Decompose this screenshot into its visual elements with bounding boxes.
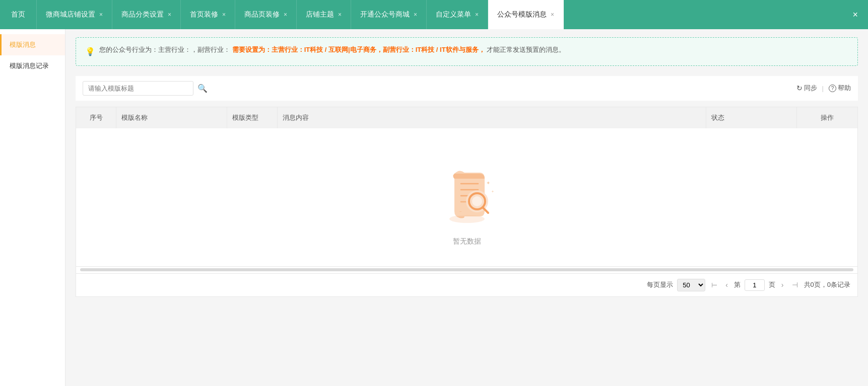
divider: |	[822, 85, 824, 92]
notice-suffix: 才能正常发送预置的消息。	[487, 46, 565, 53]
tab-close-open-mall[interactable]: ×	[414, 12, 417, 18]
th-col-name: 模版名称	[116, 107, 227, 128]
main-layout: 模版消息模版消息记录 💡 您的公众号行业为：主营行业：，副营行业： 需要设置为：…	[0, 29, 868, 386]
tab-home[interactable]: 首页	[0, 0, 37, 29]
th-col-status: 状态	[706, 107, 797, 128]
tab-label-category-settings: 商品分类设置	[121, 10, 164, 19]
tab-home-decor[interactable]: 首页装修×	[181, 0, 235, 29]
tab-product-decor[interactable]: 商品页装修×	[235, 0, 297, 29]
total-text: 共0页，0条记录	[804, 280, 850, 289]
tab-label-open-mall: 开通公众号商城	[360, 10, 410, 19]
scrollbar-area[interactable]	[76, 267, 858, 274]
tab-close-category-settings[interactable]: ×	[168, 12, 171, 18]
prev-page-button[interactable]: ‹	[723, 280, 730, 290]
first-page-button[interactable]: ⊢	[709, 280, 719, 290]
tab-bar: 首页微商城店铺设置×商品分类设置×首页装修×商品页装修×店铺主题×开通公众号商城…	[0, 0, 868, 29]
tab-close-template-msg[interactable]: ×	[551, 12, 554, 18]
tab-label-custom-menu: 自定义菜单	[436, 10, 471, 19]
notice-bold: 需要设置为：主营行业：IT科技 / 互联网|电子商务，副营行业：IT科技 / I…	[232, 46, 485, 53]
search-icon[interactable]: 🔍	[197, 84, 208, 93]
sidebar: 模版消息模版消息记录	[0, 29, 65, 386]
tab-close-wshop-settings[interactable]: ×	[99, 12, 103, 18]
search-input[interactable]	[83, 81, 193, 96]
tab-category-settings[interactable]: 商品分类设置×	[112, 0, 181, 29]
tab-label-home: 首页	[11, 10, 25, 19]
last-page-button[interactable]: ⊣	[790, 280, 800, 290]
empty-text: 暂无数据	[453, 237, 481, 246]
th-col-content: 消息内容	[278, 107, 706, 128]
tab-close-home-decor[interactable]: ×	[222, 12, 226, 18]
help-label: 帮助	[838, 84, 851, 93]
pagination: 每页显示 50 20 100 ⊢ ‹ 第 页 › ⊣ 共0页，0条记录	[76, 274, 858, 297]
th-col-type: 模版类型	[227, 107, 278, 128]
content-area: 💡 您的公众号行业为：主营行业：，副营行业： 需要设置为：主营行业：IT科技 /…	[65, 29, 868, 386]
th-col-action: 操作	[797, 107, 857, 128]
page-input[interactable]	[745, 279, 765, 291]
empty-illustration: ✦ ✦ ~	[432, 159, 502, 229]
sync-button[interactable]: ↻ 同步	[796, 84, 817, 93]
tab-close-product-decor[interactable]: ×	[284, 12, 287, 18]
table-wrapper: 序号模版名称模版类型消息内容状态操作	[76, 107, 858, 297]
svg-point-8	[472, 196, 482, 206]
tab-template-msg[interactable]: 公众号模版消息×	[488, 0, 564, 29]
svg-text:~: ~	[459, 209, 462, 214]
table-header: 序号模版名称模版类型消息内容状态操作	[76, 107, 858, 128]
sidebar-item-template-msg-log[interactable]: 模版消息记录	[0, 55, 65, 76]
notice-prefix: 您的公众号行业为：主营行业：，副营行业：	[99, 46, 230, 53]
tab-label-shop-theme: 店铺主题	[306, 10, 334, 19]
search-bar: 🔍 ↻ 同步 | ? 帮助	[76, 76, 858, 101]
help-icon: ?	[829, 85, 836, 92]
tab-custom-menu[interactable]: 自定义菜单×	[427, 0, 488, 29]
page-size-select[interactable]: 50 20 100	[677, 279, 705, 291]
svg-text:✦: ✦	[486, 180, 490, 186]
tab-label-product-decor: 商品页装修	[244, 10, 280, 19]
scroll-track[interactable]	[80, 268, 853, 271]
notice-text: 您的公众号行业为：主营行业：，副营行业： 需要设置为：主营行业：IT科技 / 互…	[99, 45, 565, 55]
empty-state: ✦ ✦ ~ 暂无数据	[76, 128, 858, 267]
search-right: ↻ 同步 | ? 帮助	[796, 84, 851, 93]
tab-close-shop-theme[interactable]: ×	[338, 12, 342, 18]
search-left: 🔍	[83, 81, 208, 96]
tab-label-template-msg: 公众号模版消息	[497, 10, 547, 19]
tab-close-custom-menu[interactable]: ×	[475, 12, 479, 18]
sidebar-item-template-msg[interactable]: 模版消息	[0, 34, 65, 55]
sync-label: 同步	[804, 84, 817, 93]
page-unit: 页	[769, 280, 775, 289]
next-page-button[interactable]: ›	[779, 280, 786, 290]
global-close-button[interactable]: ×	[842, 0, 868, 29]
th-col-no: 序号	[76, 107, 116, 128]
tab-label-home-decor: 首页装修	[190, 10, 218, 19]
notice-box: 💡 您的公众号行业为：主营行业：，副营行业： 需要设置为：主营行业：IT科技 /…	[76, 37, 858, 66]
page-size-label: 每页显示	[647, 280, 673, 289]
help-button[interactable]: ? 帮助	[829, 84, 851, 93]
tab-wshop-settings[interactable]: 微商城店铺设置×	[37, 0, 112, 29]
notice-icon: 💡	[85, 45, 95, 58]
refresh-icon: ↻	[796, 84, 803, 92]
tab-label-wshop-settings: 微商城店铺设置	[46, 10, 95, 19]
tab-open-mall[interactable]: 开通公众号商城×	[351, 0, 427, 29]
page-label: 第	[734, 280, 741, 289]
svg-text:✦: ✦	[491, 190, 494, 193]
tab-shop-theme[interactable]: 店铺主题×	[297, 0, 351, 29]
